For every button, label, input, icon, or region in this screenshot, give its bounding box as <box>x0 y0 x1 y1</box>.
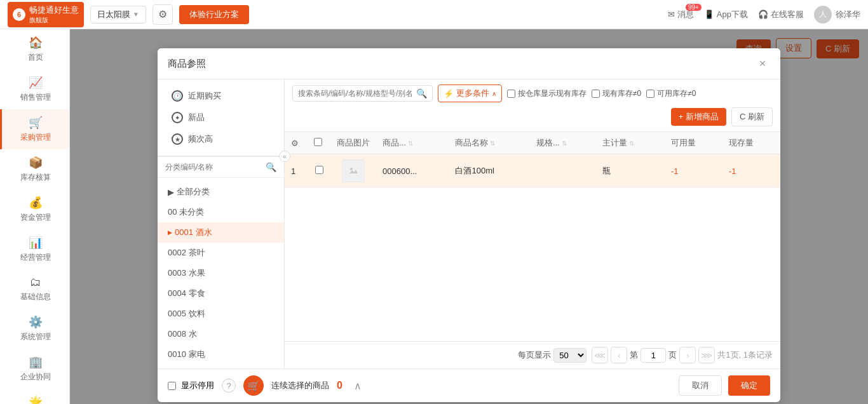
select-all-checkbox[interactable] <box>314 138 322 146</box>
sidebar-label-purchase: 采购管理 <box>20 132 51 143</box>
tab-new-label: 新品 <box>188 112 205 123</box>
sidebar-item-operations[interactable]: 📊 经营管理 <box>0 229 69 269</box>
category-0002-label: 0002 茶叶 <box>168 247 205 259</box>
page-suffix: 页 <box>668 349 677 361</box>
sidebar-label-system: 系统管理 <box>20 332 51 342</box>
row-select-checkbox[interactable] <box>315 166 323 174</box>
category-list: ▶ 全部分类 00 未分类 ▶ 0001 酒水 <box>158 178 284 368</box>
message-icon[interactable]: ✉ 99+ 消息 <box>668 9 694 20</box>
tab-recent-purchase[interactable]: 🕐 近期购买 <box>165 86 276 106</box>
app-download-label: App下载 <box>717 9 748 20</box>
add-product-button[interactable]: + 新增商品 <box>671 108 726 126</box>
th-product-code[interactable]: 商品... <box>376 132 449 154</box>
current-stock-checkbox-group: 现有库存≠0 <box>592 88 641 99</box>
sidebar-item-purchase[interactable]: 🛒 采购管理 <box>0 109 69 149</box>
sidebar-item-enterprise[interactable]: 🏢 企业协同 <box>0 349 69 389</box>
sidebar-item-home[interactable]: 🏠 首页 <box>0 29 69 69</box>
th-product-spec[interactable]: 规格... <box>530 132 596 154</box>
cart-icon[interactable]: 🛒 <box>243 375 264 396</box>
help-icon[interactable]: ? <box>222 379 236 393</box>
inventory-icon: 📦 <box>29 156 43 170</box>
category-search-input[interactable] <box>165 163 262 172</box>
per-page-dropdown[interactable]: 10 20 50 100 <box>553 348 587 363</box>
next-page-button[interactable]: › <box>679 347 696 363</box>
show-disabled-label: 显示停用 <box>181 380 214 391</box>
sidebar-item-finance[interactable]: 💰 资金管理 <box>0 189 69 229</box>
last-page-button[interactable]: ⋙ <box>698 347 715 363</box>
category-0002[interactable]: 0002 茶叶 <box>158 243 284 263</box>
th-available: 可用量 <box>665 132 722 154</box>
th-unit[interactable]: 主计量 <box>596 132 665 154</box>
sidebar-item-inventory[interactable]: 📦 库存核算 <box>0 149 69 189</box>
cancel-button[interactable]: 取消 <box>679 375 722 396</box>
warehouse-stock-checkbox[interactable] <box>507 90 515 98</box>
available-stock-checkbox[interactable] <box>646 90 654 98</box>
show-disabled-checkbox[interactable] <box>168 382 176 390</box>
nav-right: ✉ 99+ 消息 📱 App下载 🎧 在线客服 人 徐泽华 <box>668 6 860 24</box>
sidebar-item-sales[interactable]: 📈 销售管理 <box>0 69 69 109</box>
category-search-icon[interactable]: 🔍 <box>266 162 276 172</box>
filter-icon: ⚡ <box>444 89 454 98</box>
tab-new-products[interactable]: ✦ 新品 <box>165 107 276 128</box>
warehouse-stock-label: 按仓库显示现有库存 <box>518 88 587 99</box>
current-stock-checkbox[interactable] <box>592 90 600 98</box>
refresh-table-button[interactable]: C 刷新 <box>731 107 773 126</box>
finance-icon: 💰 <box>29 196 43 210</box>
tab-high-freq-label: 频次高 <box>188 133 213 145</box>
sidebar-label-basic: 基础信息 <box>20 292 51 302</box>
sidebar-item-system[interactable]: ⚙️ 系统管理 <box>0 309 69 349</box>
confirm-button[interactable]: 确定 <box>728 375 770 396</box>
category-0010-label: 0010 家电 <box>168 349 205 360</box>
page-nav: ⋘ ‹ 第 页 › ⋙ 共1页, 1条记录 <box>592 347 773 363</box>
category-0010[interactable]: 0010 家电 <box>158 344 284 365</box>
category-0005[interactable]: 0005 饮料 <box>158 304 284 324</box>
collapse-panel-button[interactable]: « <box>279 151 290 162</box>
high-freq-icon: ★ <box>172 133 183 145</box>
available-stock-checkbox-group: 可用库存≠0 <box>646 88 696 99</box>
modal-title: 商品参照 <box>168 58 206 70</box>
product-table: ⚙ 商品图片 商品... 商品名称 规格... <box>285 132 780 188</box>
page-number-input[interactable] <box>641 348 666 363</box>
row-image <box>330 154 376 188</box>
table-row[interactable]: 1 <box>285 154 780 188</box>
modal-close-button[interactable]: × <box>755 56 770 71</box>
product-search-box: 🔍 <box>292 85 433 102</box>
first-page-button[interactable]: ⋘ <box>592 347 608 363</box>
tab-high-frequency[interactable]: ★ 频次高 <box>165 129 276 149</box>
modal-header: 商品参照 × <box>158 48 780 79</box>
sidebar-item-guide[interactable]: 🌟 新手引导 <box>0 389 69 404</box>
user-info[interactable]: 人 徐泽华 <box>814 6 860 24</box>
settings-gear-icon[interactable]: ⚙ <box>153 4 173 25</box>
app-sidebar: 🏠 首页 📈 销售管理 🛒 采购管理 📦 库存核算 💰 资金管理 📊 经 <box>0 29 70 404</box>
home-icon: 🏠 <box>29 36 43 50</box>
app-download-item[interactable]: 📱 App下载 <box>704 9 748 20</box>
category-0008-label: 0008 水 <box>168 328 197 340</box>
category-0008[interactable]: 0008 水 <box>158 324 284 344</box>
category-all[interactable]: ▶ 全部分类 <box>158 182 284 202</box>
category-00[interactable]: 00 未分类 <box>158 202 284 222</box>
online-service-item[interactable]: 🎧 在线客服 <box>758 9 804 20</box>
th-checkbox <box>308 132 330 154</box>
category-0004[interactable]: 0004 零食 <box>158 283 284 304</box>
category-search-area: 🔍 <box>158 157 284 178</box>
trial-button[interactable]: 体验行业方案 <box>179 5 249 24</box>
total-info: 共1页, 1条记录 <box>717 349 773 361</box>
filter-arrow-icon: ∧ <box>492 90 496 97</box>
collapse-cart-icon[interactable]: ∧ <box>350 378 365 393</box>
product-search-input[interactable] <box>298 89 412 98</box>
sidebar-item-basic-info[interactable]: 🗂 基础信息 <box>0 269 69 309</box>
top-nav: 6 畅捷通好生意 旗舰版 日太阳膜 ▼ ⚙ 体验行业方案 ✉ 99+ 消息 📱 … <box>0 0 868 29</box>
th-settings[interactable]: ⚙ <box>285 132 308 154</box>
message-badge: 99+ <box>686 4 702 11</box>
category-0001-arrow-icon: ▶ <box>168 229 172 236</box>
row-spec <box>530 154 596 188</box>
category-0001[interactable]: ▶ 0001 酒水 <box>158 222 284 243</box>
user-name: 徐泽华 <box>836 9 860 20</box>
company-dropdown[interactable]: 日太阳膜 ▼ <box>90 6 146 24</box>
left-panel-tabs: 🕐 近期购买 ✦ 新品 ★ 频次高 <box>158 79 284 156</box>
more-filter-button[interactable]: ⚡ 更多条件 ∧ <box>438 84 502 102</box>
th-product-name[interactable]: 商品名称 <box>449 132 530 154</box>
product-search-icon[interactable]: 🔍 <box>416 88 427 98</box>
prev-page-button[interactable]: ‹ <box>611 347 627 363</box>
category-0003[interactable]: 0003 水果 <box>158 263 284 283</box>
